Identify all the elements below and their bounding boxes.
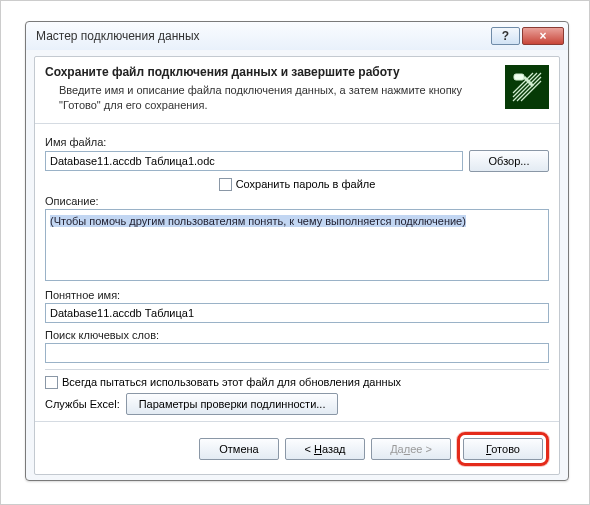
keywords-label: Поиск ключевых слов: (45, 329, 549, 341)
done-button[interactable]: Готово (463, 438, 543, 460)
filename-input[interactable] (45, 151, 463, 171)
wizard-panel: Сохраните файл подключения данных и заве… (34, 56, 560, 475)
connection-icon (505, 65, 549, 109)
excel-services-label: Службы Excel: (45, 398, 120, 410)
wizard-content: Имя файла: Обзор... Сохранить пароль в ф… (35, 124, 559, 421)
done-highlight: Готово (457, 432, 549, 466)
always-use-checkbox[interactable] (45, 376, 58, 389)
dialog-body: Сохраните файл подключения данных и заве… (26, 50, 568, 483)
description-text: (Чтобы помочь другим пользователям понят… (50, 215, 466, 227)
dialog-window: Мастер подключения данных ? × Сохраните … (25, 21, 569, 481)
wizard-header-text: Сохраните файл подключения данных и заве… (45, 65, 497, 113)
window-title: Мастер подключения данных (36, 29, 489, 43)
keywords-input[interactable] (45, 343, 549, 363)
save-password-checkbox[interactable] (219, 178, 232, 191)
header-title: Сохраните файл подключения данных и заве… (45, 65, 497, 79)
description-textarea[interactable]: (Чтобы помочь другим пользователям понят… (45, 209, 549, 281)
close-icon: × (539, 29, 546, 43)
wizard-footer: Отмена < Назад Далее > Готово (35, 421, 559, 474)
save-password-label: Сохранить пароль в файле (236, 178, 376, 190)
wizard-header: Сохраните файл подключения данных и заве… (35, 57, 559, 124)
titlebar: Мастер подключения данных ? × (26, 22, 568, 50)
separator (45, 369, 549, 370)
friendly-name-label: Понятное имя: (45, 289, 549, 301)
help-icon: ? (502, 29, 509, 43)
always-use-label: Всегда пытаться использовать этот файл д… (62, 376, 401, 388)
friendly-name-input[interactable] (45, 303, 549, 323)
auth-options-button[interactable]: Параметры проверки подлинности... (126, 393, 339, 415)
excel-services-row: Службы Excel: Параметры проверки подлинн… (45, 393, 549, 415)
browse-button[interactable]: Обзор... (469, 150, 549, 172)
save-password-row: Сохранить пароль в файле (45, 178, 549, 191)
next-button: Далее > (371, 438, 451, 460)
help-button[interactable]: ? (491, 27, 520, 45)
svg-rect-0 (514, 74, 524, 80)
back-button[interactable]: < Назад (285, 438, 365, 460)
always-use-row: Всегда пытаться использовать этот файл д… (45, 376, 549, 389)
header-subtitle: Введите имя и описание файла подключения… (59, 83, 497, 113)
filename-label: Имя файла: (45, 136, 549, 148)
description-label: Описание: (45, 195, 549, 207)
close-button[interactable]: × (522, 27, 564, 45)
cancel-button[interactable]: Отмена (199, 438, 279, 460)
